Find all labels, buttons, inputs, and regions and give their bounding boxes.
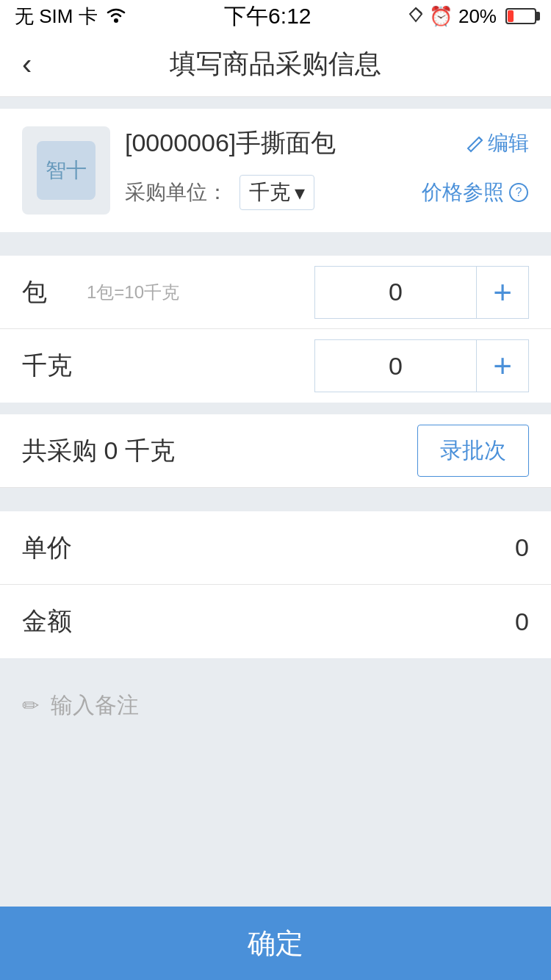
battery-percent: 20%	[458, 5, 497, 28]
price-reference-link[interactable]: 价格参照 ?	[422, 179, 529, 206]
quantity-form: 包 1包=10千克 + 千克 +	[0, 256, 551, 403]
kg-label: 千克	[22, 349, 81, 383]
chevron-down-icon: ▾	[295, 181, 305, 205]
batch-button[interactable]: 录批次	[417, 425, 529, 477]
unit-price-row: 单价 0	[0, 511, 551, 585]
summary-section: 共采购 0 千克 录批次	[0, 414, 551, 488]
section-divider-2	[0, 232, 551, 244]
bag-plus-button[interactable]: +	[476, 266, 529, 319]
kg-quantity-input[interactable]	[314, 339, 476, 392]
status-bar: 无 SIM 卡 下午6:12 ⏰ 20%	[0, 0, 551, 32]
nav-bar: ‹ 填写商品采购信息	[0, 32, 551, 97]
back-button[interactable]: ‹	[15, 40, 39, 88]
unit-label: 采购单位：	[125, 179, 228, 206]
product-card: 智十 [0000006]手撕面包 编辑 采购单位： 千克 ▾ 价格参照 ?	[0, 109, 551, 232]
unit-row: 采购单位： 千克 ▾ 价格参照 ?	[125, 175, 529, 210]
unit-select[interactable]: 千克 ▾	[240, 175, 314, 210]
amount-value: 0	[515, 608, 529, 636]
status-time: 下午6:12	[224, 1, 311, 32]
pencil-icon: ✏	[22, 693, 39, 718]
bag-label: 包	[22, 275, 81, 309]
product-thumbnail: 智十	[22, 126, 110, 215]
confirm-button[interactable]: 确定	[0, 907, 551, 980]
kg-input-area: +	[314, 339, 529, 392]
product-name: [0000006]手撕面包	[125, 126, 336, 160]
section-divider-top	[0, 97, 551, 109]
kg-plus-button[interactable]: +	[476, 339, 529, 392]
bag-row: 包 1包=10千克 +	[0, 256, 551, 329]
section-divider-3	[0, 488, 551, 500]
product-logo: 智十	[37, 141, 96, 200]
unit-price-value: 0	[515, 533, 529, 562]
location-icon	[408, 5, 423, 28]
bag-input-area: +	[314, 266, 529, 319]
svg-text:?: ?	[516, 186, 522, 198]
confirm-button-label: 确定	[248, 925, 303, 962]
wifi-icon	[105, 5, 127, 28]
remark-section[interactable]: ✏ 输入备注	[0, 670, 551, 741]
unit-price-label: 单价	[22, 531, 72, 565]
price-section: 单价 0 金额 0	[0, 511, 551, 658]
edit-link[interactable]: 编辑	[466, 129, 529, 157]
summary-row: 共采购 0 千克 录批次	[0, 414, 551, 488]
battery-icon	[505, 8, 536, 24]
product-info: [0000006]手撕面包 编辑 采购单位： 千克 ▾ 价格参照 ?	[125, 126, 529, 210]
product-name-row: [0000006]手撕面包 编辑	[125, 126, 529, 160]
status-left: 无 SIM 卡	[15, 4, 127, 29]
sim-label: 无 SIM 卡	[15, 4, 98, 29]
summary-text: 共采购 0 千克	[22, 434, 175, 468]
kg-row: 千克 +	[0, 329, 551, 403]
bag-sublabel: 1包=10千克	[87, 281, 179, 304]
bag-quantity-input[interactable]	[314, 266, 476, 319]
svg-point-0	[114, 18, 118, 23]
amount-row: 金额 0	[0, 585, 551, 658]
amount-label: 金额	[22, 605, 72, 638]
page-title: 填写商品采购信息	[170, 46, 381, 82]
remark-placeholder: 输入备注	[51, 691, 139, 721]
status-right: ⏰ 20%	[408, 5, 536, 28]
alarm-icon: ⏰	[429, 5, 453, 28]
